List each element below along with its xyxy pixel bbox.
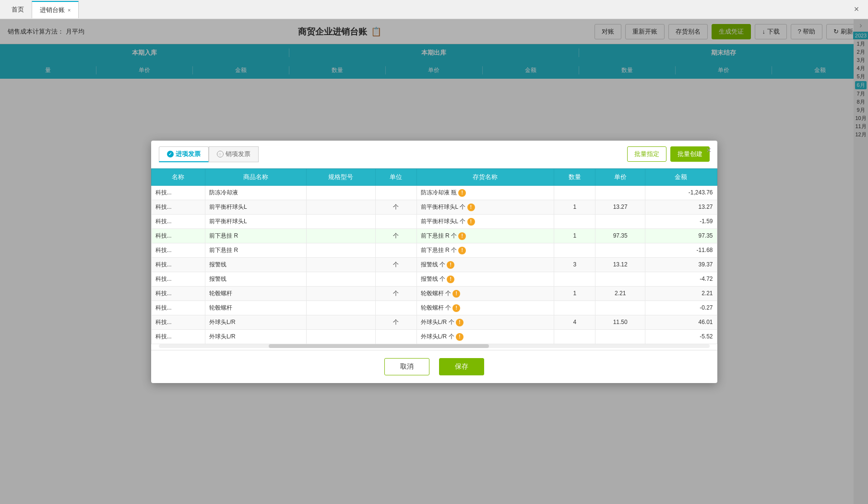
table-row: 科技... 轮毂螺杆 个 轮毂螺杆 个 ! 1 2.21 2.21	[151, 286, 717, 300]
save-button[interactable]: 保存	[439, 358, 484, 375]
cell-name: 科技...	[151, 243, 205, 257]
cell-unit: 个	[375, 286, 416, 300]
th-stock: 存货名称	[416, 168, 554, 185]
cell-product: 前下悬挂 R	[205, 243, 307, 257]
warning-icon: !	[456, 319, 464, 326]
cell-amount: 13.27	[645, 200, 717, 214]
cell-spec	[307, 243, 375, 257]
cell-qty	[554, 185, 595, 200]
th-name: 名称	[151, 168, 205, 185]
outbound-tab-label: 销项发票	[226, 150, 250, 158]
cell-qty	[554, 300, 595, 315]
table-row: 科技... 防冻冷却液 防冻冷却液 瓶 ! -1,243.76	[151, 185, 717, 200]
warning-icon: !	[452, 290, 460, 298]
warning-icon: !	[456, 333, 464, 341]
cell-unit	[375, 185, 416, 200]
th-product: 商品名称	[205, 168, 307, 185]
cell-name: 科技...	[151, 300, 205, 315]
cell-amount: 97.35	[645, 228, 717, 243]
cell-unit	[375, 243, 416, 257]
tab-home[interactable]: 首页	[4, 1, 32, 18]
table-row: 科技... 报警线 报警线 个 ! -4.72	[151, 272, 717, 286]
cell-price	[595, 243, 645, 257]
cell-spec	[307, 228, 375, 243]
cell-product: 前平衡杆球头L	[205, 214, 307, 228]
th-qty: 数量	[554, 168, 595, 185]
warning-icon: !	[458, 232, 466, 240]
cell-price	[595, 300, 645, 315]
cell-price	[595, 214, 645, 228]
tab-outbound-invoice[interactable]: ○ 销项发票	[209, 146, 259, 162]
cell-name: 科技...	[151, 200, 205, 214]
modal-dialog: ✓ 进项发票 ○ 销项发票 批量指定 批量创建 ×	[151, 141, 717, 383]
top-bar: 首页 进销台账 × ×	[0, 0, 868, 19]
modal-backdrop: ✓ 进项发票 ○ 销项发票 批量指定 批量创建 ×	[0, 19, 868, 504]
table-row: 科技... 前平衡杆球头L 前平衡杆球头L 个 ! -1.59	[151, 214, 717, 228]
inbound-tab-label: 进项发票	[176, 150, 201, 158]
cell-qty	[554, 214, 595, 228]
modal-table-wrap: 名称 商品名称 规格型号 单位 存货名称 数量 单价 金额 科技... 防冻冷却…	[151, 168, 717, 344]
tab-close-icon[interactable]: ×	[68, 7, 71, 13]
cell-stock: 防冻冷却液 瓶 !	[416, 185, 554, 200]
cell-product: 前平衡杆球头L	[205, 200, 307, 214]
cell-spec	[307, 329, 375, 344]
cell-product: 前下悬挂 R	[205, 228, 307, 243]
cell-amount: -1,243.76	[645, 185, 717, 200]
cell-stock: 前平衡杆球头L 个 !	[416, 200, 554, 214]
warning-icon: !	[458, 189, 466, 197]
cell-unit	[375, 214, 416, 228]
modal-scrollbar[interactable]	[159, 344, 710, 348]
modal-close-button[interactable]: ×	[706, 145, 712, 156]
table-row: 科技... 外球头L/R 外球头L/R 个 ! -5.52	[151, 329, 717, 344]
cell-product: 外球头L/R	[205, 329, 307, 344]
th-amount: 金额	[645, 168, 717, 185]
cell-amount: -5.52	[645, 329, 717, 344]
cell-product: 外球头L/R	[205, 315, 307, 329]
table-row: 科技... 前平衡杆球头L 个 前平衡杆球头L 个 ! 1 13.27 13.2…	[151, 200, 717, 214]
cell-amount: 46.01	[645, 315, 717, 329]
modal-header-actions: 批量指定 批量创建	[627, 146, 710, 162]
warning-icon: !	[447, 276, 454, 283]
cell-product: 报警线	[205, 257, 307, 272]
modal-footer: 取消 保存	[151, 350, 717, 383]
table-row: 科技... 前下悬挂 R 个 前下悬挂 R 个 ! 1 97.35 97.35	[151, 228, 717, 243]
window-close-button[interactable]: ×	[849, 2, 864, 17]
cancel-button[interactable]: 取消	[384, 358, 429, 375]
cell-price: 13.27	[595, 200, 645, 214]
cell-product: 报警线	[205, 272, 307, 286]
table-row: 科技... 报警线 个 报警线 个 ! 3 13.12 39.37	[151, 257, 717, 272]
cell-unit: 个	[375, 315, 416, 329]
th-unit: 单位	[375, 168, 416, 185]
cell-stock: 外球头L/R 个 !	[416, 315, 554, 329]
outbound-tab-icon: ○	[217, 151, 224, 157]
table-row: 科技... 前下悬挂 R 前下悬挂 R 个 ! -11.68	[151, 243, 717, 257]
batch-assign-button[interactable]: 批量指定	[627, 146, 666, 162]
batch-create-button[interactable]: 批量创建	[670, 146, 710, 162]
cell-qty: 4	[554, 315, 595, 329]
cell-spec	[307, 200, 375, 214]
cell-spec	[307, 257, 375, 272]
cell-price: 97.35	[595, 228, 645, 243]
cell-spec	[307, 300, 375, 315]
cell-name: 科技...	[151, 315, 205, 329]
cell-qty	[554, 272, 595, 286]
cell-product: 轮毂螺杆	[205, 300, 307, 315]
cell-unit: 个	[375, 228, 416, 243]
modal-scrollbar-thumb	[269, 344, 489, 348]
tab-active[interactable]: 进销台账 ×	[32, 1, 79, 18]
cell-qty	[554, 329, 595, 344]
cell-price	[595, 185, 645, 200]
cell-name: 科技...	[151, 286, 205, 300]
cell-name: 科技...	[151, 272, 205, 286]
inbound-tab-icon: ✓	[167, 151, 174, 157]
warning-icon: !	[447, 261, 454, 269]
th-spec: 规格型号	[307, 168, 375, 185]
tab-inbound-invoice[interactable]: ✓ 进项发票	[159, 146, 209, 162]
cell-amount: -4.72	[645, 272, 717, 286]
cell-spec	[307, 272, 375, 286]
cell-qty: 1	[554, 286, 595, 300]
cell-name: 科技...	[151, 257, 205, 272]
cell-price: 13.12	[595, 257, 645, 272]
warning-icon: !	[458, 247, 466, 254]
cell-unit	[375, 329, 416, 344]
